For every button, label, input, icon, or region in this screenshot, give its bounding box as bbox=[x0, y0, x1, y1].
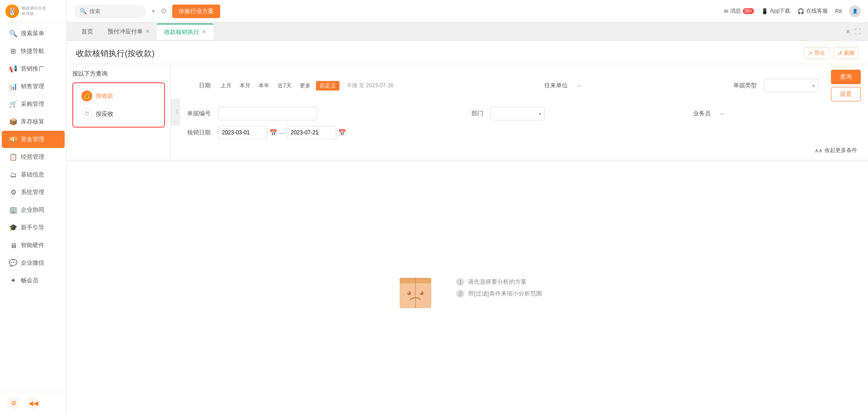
guide-icon: 🎓 bbox=[9, 224, 17, 232]
tab-prepay[interactable]: 预付冲应付单 ✕ bbox=[100, 24, 157, 39]
refresh-button[interactable]: ↺ 刷新 bbox=[834, 47, 859, 59]
logo-icon: 🐰 bbox=[5, 5, 19, 18]
doc-type-select[interactable] bbox=[764, 79, 818, 92]
close-window-icon[interactable]: ✕ bbox=[845, 28, 851, 35]
business-icon: 📋 bbox=[9, 153, 17, 161]
vip-icon: ✦ bbox=[9, 276, 17, 285]
sidebar-item-guide[interactable]: 🎓 新手引导 bbox=[2, 219, 65, 236]
sidebar-item-system[interactable]: ⚙ 系统管理 bbox=[2, 184, 65, 201]
maximize-icon[interactable]: ⛶ bbox=[854, 28, 861, 35]
tab-receive[interactable]: 收款核销执行 ✕ bbox=[157, 24, 213, 40]
sidebar-item-business[interactable]: 📋 经营管理 bbox=[2, 148, 65, 166]
doc-no-label: 单据编号 bbox=[187, 109, 211, 118]
dropdown-arrow-icon[interactable]: ▾ bbox=[152, 8, 155, 14]
receipt-icon: 💰 bbox=[81, 90, 92, 101]
sidebar-item-search[interactable]: 🔍 搜索菜单 bbox=[2, 25, 65, 42]
export-button[interactable]: ↗ 导出 bbox=[804, 47, 829, 59]
sidebar-item-hardware[interactable]: 🖥 智能硬件 bbox=[2, 237, 65, 254]
calendar-start-icon[interactable]: 📅 bbox=[269, 129, 277, 136]
doc-no-input[interactable] bbox=[218, 107, 317, 120]
sidebar-item-quicknav[interactable]: ⊞ 快捷导航 bbox=[2, 43, 65, 60]
verify-date-end-input[interactable] bbox=[287, 126, 336, 139]
app-logo: 🐰 畅捷通好生意 标准版 bbox=[0, 0, 66, 23]
collapse-more-btn[interactable]: ∧∧ 收起更多条件 bbox=[815, 147, 861, 154]
sidebar-item-sales[interactable]: 📊 销售管理 bbox=[2, 78, 65, 95]
close-tab-receive-icon[interactable]: ✕ bbox=[202, 29, 206, 35]
collapse-chevron-icon: ∧∧ bbox=[815, 148, 823, 154]
collapse-filter-btn[interactable]: 《 bbox=[171, 99, 180, 126]
sidebar-item-enterprise[interactable]: 🏢 企业协同 bbox=[2, 201, 65, 219]
settings-bottom-icon[interactable]: ⚙ bbox=[7, 397, 20, 409]
empty-state: 1 请先选择要分析的方案 2 用[过滤]条件来缩小分析范围 bbox=[67, 162, 868, 414]
sidebar-item-purchase[interactable]: 🛒 采购管理 bbox=[2, 95, 65, 113]
filter-option-receivable[interactable]: ⏱ 按应收 bbox=[77, 105, 160, 123]
message-btn[interactable]: ✉ 消息 99+ bbox=[724, 7, 754, 15]
staff-ellipsis-icon[interactable]: ··· bbox=[718, 109, 726, 119]
sidebar-item-wechat[interactable]: 💬 企业微信 bbox=[2, 254, 65, 271]
filter-row-3: 核销日期 📅 — 📅 bbox=[187, 126, 861, 139]
empty-text-group: 1 请先选择要分析的方案 2 用[过滤]条件来缩小分析范围 bbox=[456, 278, 542, 298]
tab-home[interactable]: 首页 bbox=[74, 24, 100, 39]
topbar: 🔍 ▾ ⚙ 休验行业方案 ✉ 消息 99+ 📱 App下载 🎧 在线客服 Rit… bbox=[67, 0, 868, 23]
solution-button[interactable]: 休验行业方案 bbox=[172, 5, 220, 18]
sidebar-item-basic[interactable]: 🗂 基础信息 bbox=[2, 166, 65, 183]
dept-select-wrapper bbox=[491, 107, 545, 120]
close-tab-prepay-icon[interactable]: ✕ bbox=[146, 29, 150, 34]
dept-select[interactable] bbox=[491, 107, 545, 120]
user-name[interactable]: Rit bbox=[835, 8, 842, 14]
date-btn-custom[interactable]: 自定义 bbox=[316, 81, 340, 90]
empty-hint-1: 1 请先选择要分析的方案 bbox=[456, 278, 542, 286]
sidebar-item-finance[interactable]: 💴 资金管理 bbox=[2, 131, 65, 148]
headset-icon: 🎧 bbox=[797, 8, 804, 14]
search-bar[interactable]: 🔍 bbox=[74, 5, 146, 18]
calendar-end-icon[interactable]: 📅 bbox=[338, 129, 346, 136]
sales-icon: 📊 bbox=[9, 82, 17, 90]
partner-label: 往来单位 bbox=[544, 81, 568, 90]
date-btn-7days[interactable]: 近7天 bbox=[275, 81, 294, 90]
verify-date-start-input[interactable] bbox=[218, 126, 268, 139]
date-range-text: 不限 至 2023-07-26 bbox=[347, 82, 394, 90]
empty-hint-2: 2 用[过滤]条件来缩小分析范围 bbox=[456, 290, 542, 298]
filter-type-selector: 按以下方查询 💰 按收款 ⏱ 按应收 bbox=[67, 64, 171, 160]
topbar-gear-icon[interactable]: ⚙ bbox=[160, 7, 167, 15]
search-input[interactable] bbox=[90, 8, 139, 14]
filter-type-title: 按以下方查询 bbox=[72, 70, 165, 78]
refresh-icon: ↺ bbox=[838, 50, 842, 57]
tab-bar: 首页 预付冲应付单 ✕ 收款核销执行 ✕ ✕ ⛶ bbox=[67, 23, 868, 41]
system-icon: ⚙ bbox=[9, 188, 17, 196]
date-btn-thisyear[interactable]: 本年 bbox=[256, 81, 272, 90]
collapse-sidebar-btn[interactable]: ◀◀ bbox=[27, 397, 40, 409]
app-download-btn[interactable]: 📱 App下载 bbox=[761, 7, 790, 15]
staff-label: 业务员 bbox=[687, 109, 711, 118]
finance-icon: 💴 bbox=[9, 135, 17, 143]
empty-illustration bbox=[393, 265, 438, 310]
query-button[interactable]: 查询 bbox=[831, 70, 861, 84]
user-avatar[interactable]: 👤 bbox=[849, 5, 861, 17]
svg-point-5 bbox=[408, 292, 409, 293]
svg-point-6 bbox=[420, 292, 422, 293]
logo-text: 畅捷通好生意 标准版 bbox=[22, 6, 46, 16]
search-icon: 🔍 bbox=[80, 8, 87, 14]
sidebar-item-vip[interactable]: ✦ 畅会员 bbox=[2, 272, 65, 289]
filter-row-2: 单据编号 部门 业务员 ··· bbox=[187, 107, 861, 120]
page-action-buttons: ↗ 导出 ↺ 刷新 bbox=[804, 47, 859, 59]
date-btn-more[interactable]: 更多 bbox=[297, 81, 313, 90]
home-icon: ⊞ bbox=[9, 47, 17, 55]
date-btn-thismonth[interactable]: 本月 bbox=[237, 81, 253, 90]
partner-ellipsis-icon[interactable]: ··· bbox=[575, 81, 583, 90]
dept-label: 部门 bbox=[460, 109, 483, 118]
date-label: 日期 bbox=[187, 81, 211, 90]
search-icon: 🔍 bbox=[9, 29, 17, 38]
verify-date-label: 核销日期 bbox=[187, 128, 211, 137]
sidebar-item-inventory[interactable]: 📦 库存核算 bbox=[2, 113, 65, 130]
filter-area: 按以下方查询 💰 按收款 ⏱ 按应收 《 bbox=[67, 64, 868, 160]
date-btn-lastmonth[interactable]: 上月 bbox=[218, 81, 234, 90]
settings-button[interactable]: 设置 bbox=[831, 87, 861, 101]
sidebar-item-marketing[interactable]: 📢 营销推广 bbox=[2, 60, 65, 77]
window-controls: ✕ ⛶ bbox=[845, 28, 861, 35]
verify-date-range: 📅 — 📅 bbox=[218, 126, 346, 139]
online-service-btn[interactable]: 🎧 在线客服 bbox=[797, 7, 828, 15]
hardware-icon: 🖥 bbox=[9, 242, 17, 249]
filter-option-receipt[interactable]: 💰 按收款 bbox=[77, 87, 160, 105]
topbar-actions: ✉ 消息 99+ 📱 App下载 🎧 在线客服 Rit 👤 bbox=[724, 5, 861, 17]
